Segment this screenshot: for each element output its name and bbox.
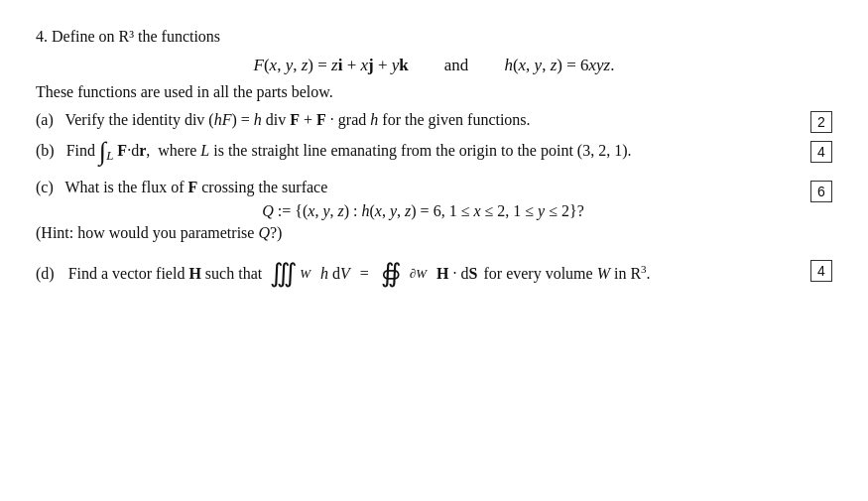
part-c-text: What is the flux of F crossing the surfa… (64, 179, 327, 195)
part-a-text: Verify the identity div (hF) = h div F +… (64, 111, 530, 128)
equals-sign: = (360, 265, 369, 283)
number-label: 4. (36, 28, 48, 45)
part-b-label: (b) (36, 142, 62, 159)
sub-dW: ∂W (410, 266, 427, 282)
question-number: 4. Define on R³ the functions (36, 28, 832, 46)
score-c: 6 (810, 181, 832, 202)
part-a-content: (a) Verify the identity div (hF) = h div… (36, 111, 832, 129)
part-b: (b) Find ∫L F·dr, where L is the straigh… (36, 139, 832, 165)
intro-text-2: These functions are used in all the part… (36, 83, 832, 101)
part-b-content: (b) Find ∫L F·dr, where L is the straigh… (36, 139, 810, 165)
part-b-integrand: F·dr, where L is the straight line emana… (117, 142, 631, 159)
F-definition: F(x, y, z) = zi + xj + yk (254, 56, 409, 75)
part-d-pre: Find a vector field H such that (68, 265, 263, 283)
part-d-post: for every volume W in R3. (483, 263, 650, 283)
score-b: 4 (810, 141, 832, 163)
part-c-label: (c) (36, 179, 62, 195)
part-d: (d) Find a vector field H such that ∭W h… (36, 258, 832, 289)
part-d-label: (d) (36, 265, 62, 283)
page: 4. Define on R³ the functions F(x, y, z)… (0, 0, 868, 501)
part-a-row: (a) Verify the identity div (hF) = h div… (36, 111, 832, 129)
h-definition: h(x, y, z) = 6xyz. (504, 56, 614, 75)
and-connector: and (444, 56, 469, 75)
subscript-L: L (106, 148, 113, 163)
part-c-hint: (Hint: how would you parametrise Q?) (36, 224, 810, 242)
part-b-find: Find (66, 142, 99, 159)
part-c-content: (c) What is the flux of F crossing the s… (36, 179, 810, 248)
surface-integral-symbol: ∯ (381, 258, 402, 289)
formula-line: F(x, y, z) = zi + xj + yk and h(x, y, z)… (36, 56, 832, 75)
intro-text: Define on R³ the functions (52, 28, 220, 45)
part-a-label: (a) (36, 111, 62, 128)
triple-integral: ∭ (270, 258, 292, 289)
integrand-h: h dV (320, 265, 350, 283)
part-c: (c) What is the flux of F crossing the s… (36, 179, 832, 248)
Q-definition: Q := {(x, y, z) : h(x, y, z) = 6, 1 ≤ x … (36, 202, 810, 220)
score-a: 2 (810, 111, 832, 133)
part-a: (a) Verify the identity div (hF) = h div… (36, 111, 832, 129)
part-d-content: (d) Find a vector field H such that ∭W h… (36, 258, 810, 289)
sub-W: W (300, 266, 310, 282)
integrand-H: H · dS (436, 265, 477, 283)
score-d: 4 (810, 260, 832, 282)
part-d-line: (d) Find a vector field H such that ∭W h… (36, 258, 810, 289)
